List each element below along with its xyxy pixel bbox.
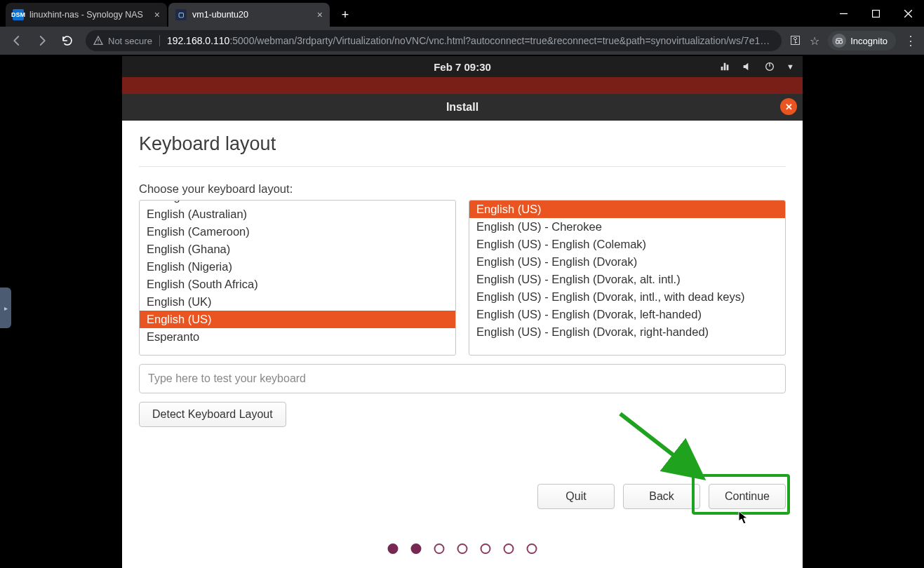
layout-list-row: DzongkhaEnglish (Australian)English (Cam… — [139, 200, 786, 356]
chrome-menu-icon[interactable]: ⋮ — [904, 33, 917, 48]
list-item[interactable]: English (US) - English (Dvorak, intl., w… — [469, 288, 785, 306]
incognito-label: Incognito — [850, 36, 888, 46]
tab-synology[interactable]: DSM linuxhint-nas - Synology NAS × — [6, 3, 167, 27]
reload-button[interactable] — [58, 31, 77, 50]
browser-chrome: DSM linuxhint-nas - Synology NAS × ▢ vm1… — [0, 0, 924, 55]
list-item[interactable]: English (US) - English (Dvorak, right-ha… — [469, 323, 785, 341]
ubuntu-vm: Feb 7 09:30 ▼ Install ✕ Keyboard layout … — [122, 56, 803, 568]
progress-dot — [457, 543, 468, 554]
quit-button[interactable]: Quit — [537, 484, 615, 509]
power-icon[interactable] — [764, 61, 775, 72]
keyboard-test-input[interactable] — [139, 364, 786, 393]
mouse-cursor — [738, 510, 748, 525]
list-item[interactable]: Esperanto — [140, 328, 455, 346]
ubuntu-accent-bar — [122, 77, 803, 94]
list-item[interactable]: English (Ghana) — [140, 241, 455, 258]
tab-strip: DSM linuxhint-nas - Synology NAS × ▢ vm1… — [0, 0, 924, 27]
network-icon[interactable] — [719, 61, 730, 72]
window-close-button[interactable] — [892, 0, 924, 27]
tab-title: linuxhint-nas - Synology NAS — [29, 10, 143, 20]
maximize-button[interactable] — [859, 0, 892, 27]
browser-toolbar: Not secure 192.168.0.110:5000/webman/3rd… — [0, 27, 924, 55]
list-item[interactable]: English (Australian) — [140, 205, 455, 223]
forward-button[interactable] — [32, 31, 52, 50]
list-item[interactable]: English (US) — [469, 201, 785, 218]
list-item[interactable]: English (Cameroon) — [140, 223, 455, 241]
layout-language-list[interactable]: DzongkhaEnglish (Australian)English (Cam… — [139, 200, 456, 356]
key-icon[interactable]: ⚿ — [790, 34, 801, 47]
progress-dot — [504, 543, 514, 554]
list-item[interactable]: English (Nigeria) — [140, 258, 455, 276]
new-tab-button[interactable]: + — [335, 5, 355, 25]
continue-button[interactable]: Continue — [709, 484, 786, 509]
list-item[interactable]: English (UK) — [140, 293, 455, 311]
progress-dot — [527, 543, 537, 554]
page-heading: Keyboard layout — [139, 133, 786, 167]
layout-variant-list[interactable]: English (US)English (US) - CherokeeEngli… — [469, 200, 786, 356]
novnc-expand-handle[interactable]: ▸ — [0, 288, 11, 328]
list-item[interactable]: English (US) - Cherokee — [469, 218, 785, 236]
incognito-badge[interactable]: Incognito — [828, 31, 896, 50]
install-window-titlebar: Install ✕ — [122, 94, 803, 121]
install-title: Install — [446, 101, 478, 114]
progress-dot — [411, 543, 422, 554]
bookmark-star-icon[interactable]: ☆ — [810, 34, 819, 48]
svg-line-10 — [620, 414, 696, 473]
list-item[interactable]: English (US) - English (Dvorak, alt. int… — [469, 271, 785, 288]
minimize-button[interactable] — [827, 0, 859, 27]
url-text: 192.168.0.110:5000/webman/3rdparty/Virtu… — [167, 35, 770, 46]
tab-vm1-ubuntu[interactable]: ▢ vm1-ubuntu20 × — [168, 3, 330, 27]
svg-point-2 — [836, 40, 840, 43]
chevron-down-icon[interactable]: ▼ — [786, 62, 794, 71]
sound-icon[interactable] — [742, 61, 753, 72]
installer-progress-dots — [388, 543, 537, 554]
window-controls — [827, 0, 924, 27]
choose-layout-label: Choose your keyboard layout: — [139, 182, 786, 196]
install-close-button[interactable]: ✕ — [780, 98, 797, 115]
progress-dot — [434, 543, 445, 554]
back-button[interactable]: Back — [623, 484, 700, 509]
annotation-arrow — [613, 408, 711, 485]
detect-keyboard-button[interactable]: Detect Keyboard Layout — [139, 402, 286, 427]
list-item[interactable]: English (US) - English (Colemak) — [469, 236, 785, 253]
ubuntu-top-bar: Feb 7 09:30 ▼ — [122, 56, 803, 77]
wizard-buttons: Quit Back Continue — [537, 484, 786, 509]
list-item[interactable]: English (US) - English (Dvorak, left-han… — [469, 306, 785, 323]
svg-point-3 — [839, 40, 843, 43]
close-icon[interactable]: × — [317, 9, 323, 20]
close-icon[interactable]: × — [154, 9, 160, 20]
list-item[interactable]: English (US) — [140, 311, 455, 328]
url-bar[interactable]: Not secure 192.168.0.110:5000/webman/3rd… — [86, 30, 782, 51]
incognito-icon — [832, 34, 846, 48]
clock[interactable]: Feb 7 09:30 — [434, 61, 491, 73]
progress-dot — [481, 543, 491, 554]
tab-title: vm1-ubuntu20 — [192, 10, 248, 20]
install-body: Keyboard layout Choose your keyboard lay… — [122, 121, 803, 568]
list-item[interactable]: English (South Africa) — [140, 276, 455, 293]
list-item[interactable]: Dzongkha — [140, 201, 455, 205]
svg-rect-5 — [872, 10, 879, 17]
not-secure-indicator[interactable]: Not secure — [93, 35, 160, 46]
list-item[interactable]: English (US) - English (Dvorak) — [469, 253, 785, 271]
progress-dot — [388, 543, 399, 554]
synology-favicon: DSM — [13, 9, 24, 20]
svg-point-1 — [98, 43, 98, 43]
not-secure-label: Not secure — [108, 36, 152, 46]
back-button[interactable] — [7, 31, 27, 50]
vnc-favicon: ▢ — [175, 9, 187, 20]
